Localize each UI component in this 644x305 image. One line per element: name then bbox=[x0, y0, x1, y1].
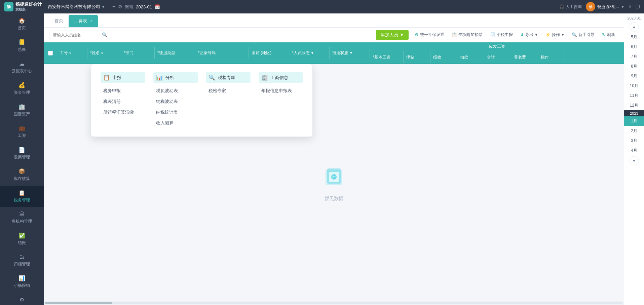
sidebar-item-home[interactable]: 🏠 首页 bbox=[0, 13, 44, 35]
add-btn-label: 添加人员 bbox=[381, 32, 398, 38]
sidebar-item-inventory[interactable]: 📦 库存核算 bbox=[0, 164, 44, 186]
avatar: 畅 bbox=[586, 2, 595, 11]
select-all-checkbox[interactable] bbox=[48, 51, 53, 55]
app-name: 畅捷通好会计 bbox=[15, 2, 42, 7]
cal-month-5[interactable]: 5月 bbox=[624, 32, 644, 42]
sidebar-item-ledger[interactable]: 📒 总账 bbox=[0, 35, 44, 56]
popup-item-tax-table[interactable]: 税表清册 bbox=[101, 96, 145, 107]
sidebar-item-archive[interactable]: 🗂 归档管理 bbox=[0, 250, 44, 271]
social-insurance-button[interactable]: ⚙ 统一社保设置 bbox=[411, 30, 448, 39]
sidebar-item-capital[interactable]: 💰 资金管理 bbox=[0, 78, 44, 100]
sidebar-item-multi[interactable]: 🏛 多机构管理 bbox=[0, 207, 44, 228]
headset-icon: 🎧 bbox=[559, 4, 564, 9]
popup-section-tax-expert: 🔍 税检专家 税检专家 bbox=[202, 70, 255, 131]
popup-item-tax-declare[interactable]: 税务申报 bbox=[101, 85, 145, 96]
tax-report-button[interactable]: 📄 个税申报 bbox=[487, 30, 516, 39]
calendar-icon[interactable]: 📅 bbox=[155, 4, 160, 9]
new-guide-button[interactable]: 🔍 新手引导 bbox=[568, 30, 598, 39]
business-icon: 🏢 bbox=[261, 74, 268, 81]
popup-item-income-calc[interactable]: 收入测算 bbox=[153, 118, 198, 128]
th-salary-group: 应发工资 *基本工资 津贴 绩效 扣款 合计 养老费 操作 bbox=[370, 42, 624, 64]
app-name-block: 畅捷通好会计 旗舰版 bbox=[15, 2, 42, 12]
th-report-status[interactable]: 报送状态 ▼ bbox=[330, 47, 370, 59]
user-chevron-icon: ▼ bbox=[621, 5, 624, 9]
th-status[interactable]: *人员状态 ▼ bbox=[289, 47, 330, 59]
cal-month-9[interactable]: 9月 bbox=[624, 71, 644, 81]
report-status-filter-icon[interactable]: ▼ bbox=[349, 51, 353, 55]
popup-section-tax-expert-header: 🔍 税检专家 bbox=[206, 72, 251, 83]
popup-item-tax-flow[interactable]: 纳税波动表 bbox=[153, 96, 198, 107]
tab-home[interactable]: 首页 bbox=[49, 15, 69, 27]
scroll-thumb[interactable] bbox=[45, 302, 112, 304]
sidebar-label-report: 小畅报销 bbox=[14, 283, 30, 289]
operation-button[interactable]: ⚡ 操作 ▼ bbox=[542, 30, 568, 39]
cal-month-12[interactable]: 12月 bbox=[624, 101, 644, 110]
cal-month-1[interactable]: 1月 bbox=[624, 116, 644, 126]
popup-item-annual-report[interactable]: 年报信息申报表 bbox=[259, 85, 303, 96]
popup-item-tax-check[interactable]: 税检专家 bbox=[206, 85, 251, 96]
multi-icon: 🏛 bbox=[19, 211, 25, 217]
tab-salary-label: 工资表 bbox=[74, 18, 87, 23]
tab-bar: 首页 工资表 × bbox=[44, 13, 624, 28]
popup-item-income-clear[interactable]: 所得税汇算清缴 bbox=[101, 107, 145, 118]
special-deduction-button[interactable]: 📋 专项附加扣除 bbox=[448, 30, 486, 39]
cal-up-button[interactable]: ▲ bbox=[630, 22, 639, 32]
cal-month-11[interactable]: 11月 bbox=[624, 91, 644, 101]
company-selector[interactable]: 西安虾米网络科技有限公司 ▼ bbox=[48, 4, 105, 10]
popup-item-tax-stats[interactable]: 纳税统计表 bbox=[153, 107, 198, 118]
tab-close-icon[interactable]: × bbox=[90, 19, 92, 23]
sidebar-item-salary[interactable]: 💼 工资 bbox=[0, 121, 44, 143]
sidebar-item-invoice[interactable]: 📄 发票管理 bbox=[0, 143, 44, 164]
cal-year-header: 2023.01 bbox=[628, 15, 641, 22]
sidebar-label-archive: 归档管理 bbox=[14, 261, 30, 267]
main-layout: 🏠 首页 📒 总账 ☁ 云报表中心 💰 资金管理 🏢 固定资产 💼 工资 📄 发… bbox=[0, 13, 644, 305]
cal-month-2[interactable]: 2月 bbox=[624, 126, 644, 136]
cal-month-10[interactable]: 10月 bbox=[624, 81, 644, 91]
sidebar-item-cloud[interactable]: ☁ 云报表中心 bbox=[0, 56, 44, 78]
add-company-icon[interactable]: + bbox=[112, 4, 115, 10]
tax-icon: 📋 bbox=[18, 190, 25, 196]
sidebar-label-salary: 工资 bbox=[18, 133, 26, 139]
th-dept: *部门 bbox=[121, 47, 155, 59]
add-person-button[interactable]: 添加人员 ▼ bbox=[376, 30, 409, 40]
cal-month-4[interactable]: 4月 bbox=[624, 146, 644, 155]
search-input[interactable] bbox=[53, 33, 100, 37]
cal-month-6[interactable]: 6月 bbox=[624, 42, 644, 52]
popup-section-analysis-header: 📊 分析 bbox=[153, 72, 198, 83]
th-allowance: 津贴 bbox=[404, 51, 430, 64]
service-button[interactable]: 🎧 人工咨询 bbox=[559, 4, 582, 10]
tax-expert-icon: 🔍 bbox=[209, 74, 215, 81]
new-guide-icon: 🔍 bbox=[572, 32, 577, 37]
sidebar-item-tax[interactable]: 📋 税务管理 bbox=[0, 186, 44, 207]
id-sort-icon[interactable]: ⇅ bbox=[69, 51, 72, 55]
popup-item-tax-burden[interactable]: 税负波动表 bbox=[153, 85, 198, 96]
close-icon[interactable]: × bbox=[629, 4, 632, 10]
sidebar-item-assets[interactable]: 🏢 固定资产 bbox=[0, 100, 44, 121]
status-filter-icon[interactable]: ▼ bbox=[311, 51, 314, 55]
sidebar-item-checkout[interactable]: ✅ 结账 bbox=[0, 228, 44, 250]
cal-month-7[interactable]: 7月 bbox=[624, 52, 644, 62]
user-info[interactable]: 畅 畅捷通8组... ▼ bbox=[586, 2, 624, 11]
sidebar-item-settings[interactable]: ⚙ 基础设置 bbox=[0, 293, 44, 305]
scrollbar[interactable] bbox=[44, 301, 624, 305]
tab-salary-table[interactable]: 工资表 × bbox=[69, 15, 98, 27]
refresh-button[interactable]: ↻ 刷新 bbox=[599, 30, 618, 39]
toolbar-actions: ⚙ 统一社保设置 📋 专项附加扣除 📄 个税申报 ⬇ 导出 ▼ ⚡ bbox=[411, 30, 618, 39]
tax-expert-label: 税检专家 bbox=[218, 75, 235, 81]
search-wrap[interactable]: 🔍 bbox=[49, 31, 111, 39]
th-checkbox[interactable] bbox=[44, 47, 57, 59]
scroll-track bbox=[45, 302, 622, 304]
th-id-num: *证据号码 bbox=[195, 47, 249, 59]
settings-icon[interactable]: ⚙ bbox=[118, 4, 122, 9]
settings-sidebar-icon: ⚙ bbox=[20, 297, 24, 303]
cal-down-button[interactable]: ▼ bbox=[630, 156, 639, 165]
export-button[interactable]: ⬇ 导出 ▼ bbox=[517, 30, 541, 39]
name-sort-icon[interactable]: ⇅ bbox=[101, 51, 104, 55]
capital-icon: 💰 bbox=[18, 82, 25, 88]
ledger-icon: 📒 bbox=[18, 39, 25, 45]
empty-illustration bbox=[320, 163, 347, 190]
cal-month-3[interactable]: 3月 bbox=[624, 136, 644, 146]
cal-month-8[interactable]: 8月 bbox=[624, 62, 644, 71]
restore-icon[interactable]: ❐ bbox=[636, 4, 640, 9]
sidebar-item-report[interactable]: 📊 小畅报销 bbox=[0, 271, 44, 293]
